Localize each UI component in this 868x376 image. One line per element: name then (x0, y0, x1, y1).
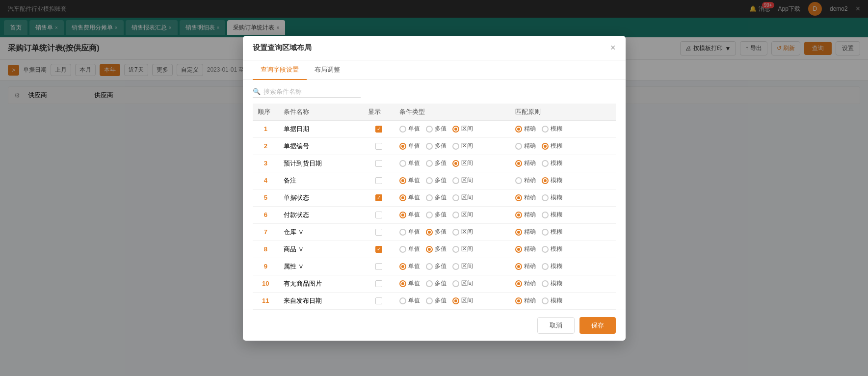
modal-tabs: 查询字段设置 布局调整 (243, 60, 626, 80)
modal-close-button[interactable]: × (610, 43, 616, 53)
modal-table-wrap: 顺序 条件名称 显示 条件类型 匹配原则 1单据日期单值多值区间精确模糊2单据编… (243, 104, 626, 110)
modal-dialog: 设置查询区域布局 × 查询字段设置 布局调整 🔍 顺序 (243, 36, 626, 110)
modal-tab-query-fields-label: 查询字段设置 (261, 66, 299, 73)
th-match: 匹配原则 (510, 104, 616, 110)
modal-title: 设置查询区域布局 (253, 43, 312, 53)
modal-overlay[interactable]: 设置查询区域布局 × 查询字段设置 布局调整 🔍 顺序 (0, 0, 868, 110)
modal-table: 顺序 条件名称 显示 条件类型 匹配原则 1单据日期单值多值区间精确模糊2单据编… (253, 104, 616, 110)
modal-header: 设置查询区域布局 × (243, 36, 626, 60)
search-input-wrap: 🔍 (253, 86, 361, 98)
th-order: 顺序 (253, 104, 279, 110)
modal-tab-layout[interactable]: 布局调整 (307, 60, 348, 80)
modal-search-area: 🔍 (243, 80, 626, 104)
modal-tab-layout-label: 布局调整 (315, 66, 340, 73)
th-show: 显示 (363, 104, 395, 110)
th-name: 条件名称 (279, 104, 363, 110)
search-icon: 🔍 (253, 88, 261, 95)
modal-tab-query-fields[interactable]: 查询字段设置 (253, 60, 307, 80)
search-input[interactable] (263, 88, 352, 95)
th-type: 条件类型 (395, 104, 510, 110)
